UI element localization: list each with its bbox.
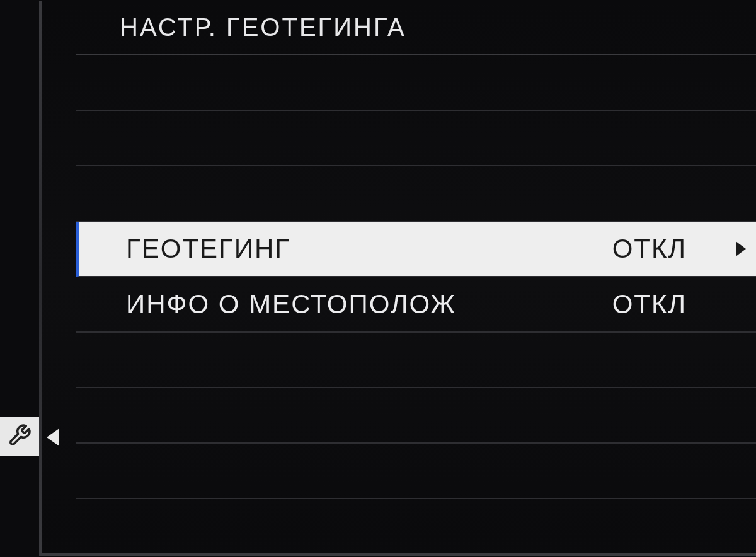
menu-row-empty xyxy=(76,499,756,554)
row-label: ГЕОТЕГИНГ xyxy=(79,234,612,264)
sidebar-divider xyxy=(39,1,42,556)
row-value: ОТКЛ xyxy=(612,234,756,264)
menu-row-geotagging[interactable]: ГЕОТЕГИНГ ОТКЛ xyxy=(76,222,756,277)
page-title: НАСТР. ГЕОТЕГИНГА xyxy=(120,13,406,42)
left-sidebar xyxy=(0,0,39,557)
setup-tab[interactable] xyxy=(0,417,39,456)
row-value: ОТКЛ xyxy=(612,289,756,319)
menu-row-empty xyxy=(76,444,756,499)
bottom-divider xyxy=(39,553,756,556)
back-arrow-icon[interactable] xyxy=(47,428,59,446)
chevron-right-icon xyxy=(736,241,746,256)
camera-menu-screen: НАСТР. ГЕОТЕГИНГА ГЕОТЕГИНГ ОТКЛ ИНФО О … xyxy=(0,0,756,557)
menu-row-location-info[interactable]: ИНФО О МЕСТОПОЛОЖ ОТКЛ xyxy=(76,277,756,333)
menu-row-empty xyxy=(76,333,756,388)
row-label: ИНФО О МЕСТОПОЛОЖ xyxy=(76,289,612,319)
menu-content: НАСТР. ГЕОТЕГИНГА ГЕОТЕГИНГ ОТКЛ ИНФО О … xyxy=(76,0,756,557)
wrench-icon xyxy=(8,423,32,450)
menu-row-empty xyxy=(76,111,756,166)
menu-row-empty xyxy=(76,388,756,444)
menu-row-empty xyxy=(76,55,756,111)
menu-row-empty xyxy=(76,166,756,222)
menu-header: НАСТР. ГЕОТЕГИНГА xyxy=(76,0,756,55)
